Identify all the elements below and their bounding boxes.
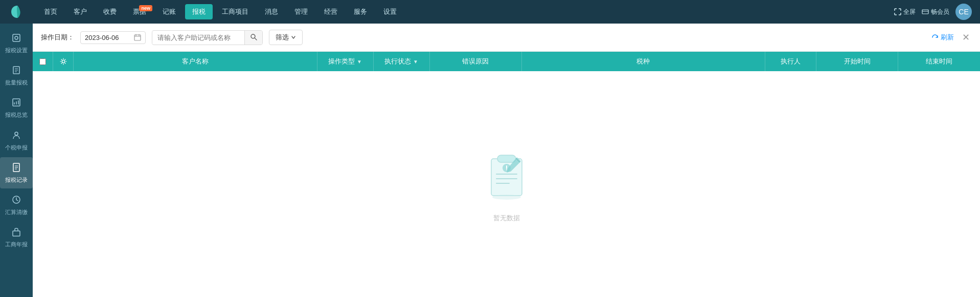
- nav-items: 首页 客户 收费 票据 new 记账 报税 工商项目 消息 管理 经营 服务 设…: [37, 4, 894, 19]
- nav-business[interactable]: 工商项目: [215, 4, 256, 19]
- svg-rect-9: [134, 35, 141, 40]
- settlement-icon: [11, 195, 21, 207]
- fullscreen-icon: [894, 8, 901, 15]
- vip-icon: [922, 8, 929, 15]
- batch-tax-icon: [11, 65, 21, 78]
- svg-rect-1: [13, 34, 20, 41]
- nav-operation[interactable]: 经营: [317, 4, 345, 19]
- date-input[interactable]: [85, 34, 131, 41]
- th-settings[interactable]: [53, 52, 74, 71]
- th-exec-status[interactable]: 执行状态 ▼: [374, 52, 430, 71]
- th-op-type[interactable]: 操作类型 ▼: [317, 52, 374, 71]
- nav-home[interactable]: 首页: [37, 4, 64, 19]
- main-layout: 报税设置 批量报税 报税总览: [0, 24, 980, 297]
- search-icon: [250, 33, 257, 40]
- empty-state: 暂无数据: [33, 71, 980, 297]
- sidebar-label-tax-record: 报税记录: [5, 177, 28, 183]
- avatar[interactable]: CE: [955, 4, 972, 20]
- svg-point-2: [15, 36, 18, 39]
- sidebar-item-tax-settings[interactable]: 报税设置: [0, 28, 33, 59]
- date-label: 操作日期：: [41, 33, 74, 42]
- sidebar-label-settlement: 汇算清缴: [5, 209, 28, 216]
- content-area: 操作日期： 筛选: [33, 24, 980, 297]
- sidebar-item-personal-tax[interactable]: 个税申报: [0, 125, 33, 156]
- nav-collection[interactable]: 收费: [96, 4, 124, 19]
- date-input-wrap[interactable]: [80, 31, 146, 44]
- th-start-time: 开始时间: [816, 52, 898, 71]
- nav-tax[interactable]: 报税: [185, 4, 213, 19]
- vip-label: 畅会员: [931, 8, 949, 16]
- app-logo[interactable]: [8, 3, 27, 21]
- search-button[interactable]: [244, 31, 262, 45]
- th-end-time: 结束时间: [898, 52, 980, 71]
- nav-manage[interactable]: 管理: [287, 4, 315, 19]
- sidebar-item-annual-report[interactable]: 工商年报: [0, 222, 33, 253]
- refresh-icon: [931, 34, 939, 41]
- table-header: 客户名称 操作类型 ▼ 执行状态 ▼ 错误原因 税种 执行人 开始时间 结束时间: [33, 52, 980, 71]
- sidebar: 报税设置 批量报税 报税总览: [0, 24, 33, 297]
- fullscreen-button[interactable]: 全屏: [894, 8, 916, 16]
- top-right-controls: 全屏 畅会员 CE: [894, 4, 972, 20]
- column-settings-icon: [60, 58, 67, 65]
- svg-point-18: [506, 169, 507, 170]
- svg-rect-13: [497, 155, 516, 162]
- sidebar-label-tax-settings: 报税设置: [5, 47, 28, 54]
- svg-rect-0: [922, 10, 928, 14]
- nav-message[interactable]: 消息: [258, 4, 285, 19]
- svg-rect-8: [13, 231, 20, 236]
- close-button[interactable]: ✕: [960, 32, 972, 43]
- vip-button[interactable]: 畅会员: [922, 8, 949, 16]
- top-navigation: 首页 客户 收费 票据 new 记账 报税 工商项目 消息 管理 经营 服务 设…: [0, 0, 980, 24]
- th-checkbox[interactable]: [33, 52, 53, 71]
- tax-settings-icon: [11, 33, 21, 46]
- search-input[interactable]: [152, 31, 244, 44]
- svg-point-11: [62, 60, 64, 63]
- sidebar-label-tax-summary: 报税总览: [5, 112, 28, 118]
- th-executor: 执行人: [765, 52, 816, 71]
- sidebar-label-personal-tax: 个税申报: [5, 144, 28, 151]
- th-error-reason: 错误原因: [430, 52, 522, 71]
- sidebar-item-batch-tax[interactable]: 批量报税: [0, 60, 33, 91]
- sidebar-label-batch-tax: 批量报税: [5, 79, 28, 86]
- personal-tax-icon: [11, 130, 21, 143]
- fullscreen-label: 全屏: [903, 8, 916, 16]
- nav-bookkeeping[interactable]: 记账: [155, 4, 183, 19]
- new-badge: new: [139, 5, 152, 11]
- th-tax-type: 税种: [522, 52, 766, 71]
- empty-text: 暂无数据: [493, 214, 520, 223]
- tax-summary-icon: [11, 97, 21, 110]
- empty-illustration: [476, 146, 537, 207]
- table-container: 客户名称 操作类型 ▼ 执行状态 ▼ 错误原因 税种 执行人 开始时间 结束时间: [33, 52, 980, 297]
- search-wrap: [152, 30, 263, 45]
- nav-settings[interactable]: 设置: [376, 4, 404, 19]
- annual-report-icon: [11, 227, 21, 240]
- sort-icon-exec-status: ▼: [413, 59, 418, 65]
- sidebar-item-settlement[interactable]: 汇算清缴: [0, 189, 33, 221]
- svg-point-5: [15, 132, 18, 135]
- chevron-down-icon: [291, 35, 296, 40]
- sidebar-item-tax-summary[interactable]: 报税总览: [0, 92, 33, 123]
- calendar-icon: [134, 34, 141, 41]
- select-all-checkbox[interactable]: [39, 58, 46, 65]
- tax-record-icon: [11, 162, 21, 175]
- nav-client[interactable]: 客户: [66, 4, 94, 19]
- svg-point-19: [492, 195, 521, 200]
- sort-icon-op-type: ▼: [357, 59, 362, 65]
- filter-button[interactable]: 筛选: [269, 30, 303, 45]
- nav-invoice[interactable]: 票据 new: [126, 4, 153, 19]
- refresh-label: 刷新: [941, 33, 954, 42]
- sidebar-item-tax-record[interactable]: 报税记录: [0, 157, 33, 188]
- nav-service[interactable]: 服务: [347, 4, 374, 19]
- filter-label: 筛选: [276, 33, 289, 42]
- th-client-name: 客户名称: [74, 52, 317, 71]
- sidebar-label-annual-report: 工商年报: [5, 241, 28, 248]
- toolbar: 操作日期： 筛选: [33, 24, 980, 52]
- refresh-button[interactable]: 刷新: [931, 33, 954, 42]
